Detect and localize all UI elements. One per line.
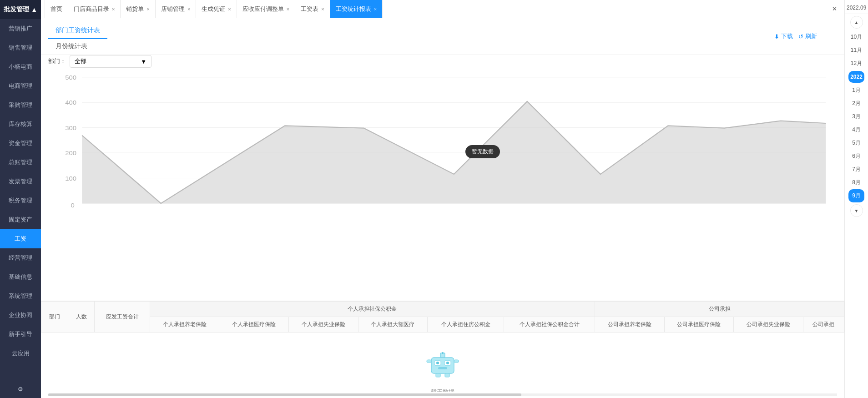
table-wrapper: 部门 人数 应发工资合计 个人承担社保公积金 公司承担 个人承担养老保险 个人承… bbox=[41, 301, 844, 392]
tab-close-catalog[interactable]: × bbox=[112, 6, 115, 12]
tab-close-salary-table[interactable]: × bbox=[321, 6, 324, 12]
sub-tabs: 部门工资统计表月份统计表 bbox=[41, 18, 774, 55]
th-company-medical: 公司承担医疗保险 bbox=[664, 317, 734, 333]
table-empty-state: 暂无数据 bbox=[41, 333, 844, 392]
chart-svg: 500 400 300 200 100 0 bbox=[48, 72, 837, 218]
tab-store-mgmt[interactable]: 店铺管理× bbox=[156, 0, 196, 18]
sidebar-item-basic[interactable]: 基础信息 bbox=[0, 267, 41, 287]
th-dept: 部门 bbox=[41, 302, 68, 333]
svg-point-20 bbox=[442, 352, 444, 354]
timeline-item-6[interactable]: 6月 bbox=[847, 150, 866, 163]
dept-select-value: 全部 bbox=[75, 57, 86, 65]
sidebar-item-account[interactable]: 总账管理 bbox=[0, 153, 41, 172]
timeline-item-2[interactable]: 2月 bbox=[847, 97, 866, 110]
tab-salary-table[interactable]: 工资表× bbox=[295, 0, 330, 18]
table-empty-row: 暂无数据 bbox=[41, 333, 844, 392]
content-area: 部门工资统计表月份统计表 ⬇ 下载 ↺ 刷新 部门： 全部 ▼ bbox=[41, 18, 844, 398]
svg-text:500: 500 bbox=[65, 74, 76, 81]
svg-marker-12 bbox=[82, 101, 826, 203]
timeline-items-container: 10月11月12月20221月2月3月4月5月6月7月8月9月 bbox=[847, 30, 866, 202]
timeline-item-5[interactable]: 5月 bbox=[847, 136, 866, 150]
table-header-detail-row: 个人承担养老保险 个人承担医疗保险 个人承担失业保险 个人承担大额医疗 个人承担… bbox=[41, 317, 844, 333]
sidebar-item-guide[interactable]: 新手引导 bbox=[0, 325, 41, 344]
th-company-pension: 公司承担养老保险 bbox=[595, 317, 665, 333]
timeline-item-7[interactable]: 7月 bbox=[847, 163, 866, 176]
tab-bar-close-btn[interactable]: ✕ bbox=[828, 5, 841, 12]
sidebar-item-assets[interactable]: 固定资产 bbox=[0, 210, 41, 229]
sidebar-item-ecommerce[interactable]: 电商管理 bbox=[0, 76, 41, 96]
refresh-btn[interactable]: ↺ 刷新 bbox=[798, 32, 817, 40]
tab-label-salary-report: 工资统计报表 bbox=[336, 5, 371, 13]
tab-label-store-mgmt: 店铺管理 bbox=[161, 5, 185, 13]
th-personal-total: 个人承担社保公积金合计 bbox=[504, 317, 595, 333]
tab-close-store-mgmt[interactable]: × bbox=[187, 6, 190, 12]
sidebar-item-finance[interactable]: 资金管理 bbox=[0, 134, 41, 153]
tab-close-salary-report[interactable]: × bbox=[374, 6, 377, 12]
sidebar-item-enterprise[interactable]: 企业协同 bbox=[0, 306, 41, 325]
svg-rect-13 bbox=[431, 358, 454, 373]
download-btn[interactable]: ⬇ 下载 bbox=[774, 32, 793, 40]
toolbar-right: ⬇ 下载 ↺ 刷新 bbox=[774, 32, 844, 40]
th-personal-housing: 个人承担住房公积金 bbox=[428, 317, 504, 333]
th-company-group: 公司承担 bbox=[595, 302, 844, 317]
sidebar-item-sales[interactable]: 销售管理 bbox=[0, 38, 41, 57]
scrollbar-thumb bbox=[48, 393, 521, 396]
timeline-item-2022[interactable]: 2022 bbox=[848, 71, 864, 83]
sidebar-item-system[interactable]: 系统管理 bbox=[0, 287, 41, 306]
tab-label-home: 首页 bbox=[50, 5, 62, 13]
sidebar-item-tax[interactable]: 税务管理 bbox=[0, 191, 41, 210]
sidebar-toggle-icon: ▲ bbox=[31, 6, 37, 13]
sidebar-item-cloud[interactable]: 云应用 bbox=[0, 344, 41, 363]
timeline-down-nav[interactable]: ▼ bbox=[850, 204, 863, 217]
tab-close-sales-order[interactable]: × bbox=[146, 6, 149, 12]
svg-text:200: 200 bbox=[65, 150, 76, 156]
sidebar-item-inventory[interactable]: 库存核算 bbox=[0, 115, 41, 134]
tab-close-production[interactable]: × bbox=[228, 6, 231, 12]
svg-point-16 bbox=[436, 362, 439, 364]
timeline-item-4[interactable]: 4月 bbox=[847, 123, 866, 136]
sub-tab-monthly[interactable]: 月份统计表 bbox=[48, 39, 107, 55]
tab-label-salary-table: 工资表 bbox=[301, 5, 318, 13]
download-icon: ⬇ bbox=[774, 33, 779, 40]
tab-sales-order[interactable]: 销货单× bbox=[121, 0, 155, 18]
th-personal-group: 个人承担社保公积金 bbox=[150, 302, 595, 317]
filter-row: 部门： 全部 ▼ bbox=[41, 55, 844, 72]
sidebar-header[interactable]: 批发管理 ▲ bbox=[0, 0, 41, 19]
download-label: 下载 bbox=[781, 32, 793, 40]
sidebar-item-ecommerce-small[interactable]: 小畅电商 bbox=[0, 57, 41, 76]
tab-label-production: 生成凭证 bbox=[202, 5, 225, 13]
chevron-down-icon: ▼ bbox=[141, 58, 146, 65]
sidebar-item-marketing[interactable]: 营销推广 bbox=[0, 19, 41, 38]
timeline-up-nav[interactable]: ▲ bbox=[850, 16, 863, 29]
sub-tab-dept[interactable]: 部门工资统计表 bbox=[48, 23, 107, 39]
th-count: 人数 bbox=[68, 302, 95, 333]
timeline-item-11[interactable]: 11月 bbox=[847, 44, 866, 57]
timeline-item-3[interactable]: 3月 bbox=[847, 110, 866, 123]
timeline-item-12[interactable]: 12月 bbox=[847, 57, 866, 70]
sidebar-item-invoice[interactable]: 发票管理 bbox=[0, 172, 41, 191]
tab-catalog[interactable]: 门店商品目录× bbox=[68, 0, 121, 18]
chart-no-data-tooltip: 暂无数据 bbox=[465, 145, 500, 158]
tab-label-receivable: 应收应付调整单 bbox=[242, 5, 284, 13]
sidebar-item-salary[interactable]: 工资 bbox=[0, 229, 41, 248]
svg-rect-24 bbox=[445, 373, 449, 377]
tab-close-receivable[interactable]: × bbox=[287, 6, 289, 12]
sidebar-item-ops[interactable]: 经营管理 bbox=[0, 248, 41, 267]
timeline-top-year: 2022.09 bbox=[845, 2, 868, 14]
timeline-item-1[interactable]: 1月 bbox=[847, 84, 866, 97]
svg-point-17 bbox=[446, 362, 449, 364]
tab-salary-report[interactable]: 工资统计报表× bbox=[330, 0, 383, 18]
timeline-item-8[interactable]: 8月 bbox=[847, 176, 866, 189]
sidebar-item-purchase[interactable]: 采购管理 bbox=[0, 96, 41, 115]
timeline-item-10[interactable]: 10月 bbox=[847, 30, 866, 44]
close-all-icon: ✕ bbox=[832, 5, 837, 12]
tab-receivable[interactable]: 应收应付调整单× bbox=[237, 0, 295, 18]
tab-production[interactable]: 生成凭证× bbox=[196, 0, 237, 18]
timeline-item-9[interactable]: 9月 bbox=[848, 189, 864, 202]
dept-select[interactable]: 全部 ▼ bbox=[70, 55, 151, 68]
horizontal-scrollbar[interactable] bbox=[48, 393, 837, 396]
refresh-label: 刷新 bbox=[805, 32, 817, 40]
sidebar-settings[interactable]: ⚙ bbox=[0, 380, 41, 398]
th-personal-big-medical: 个人承担大额医疗 bbox=[358, 317, 428, 333]
tab-home[interactable]: 首页 bbox=[45, 0, 68, 18]
